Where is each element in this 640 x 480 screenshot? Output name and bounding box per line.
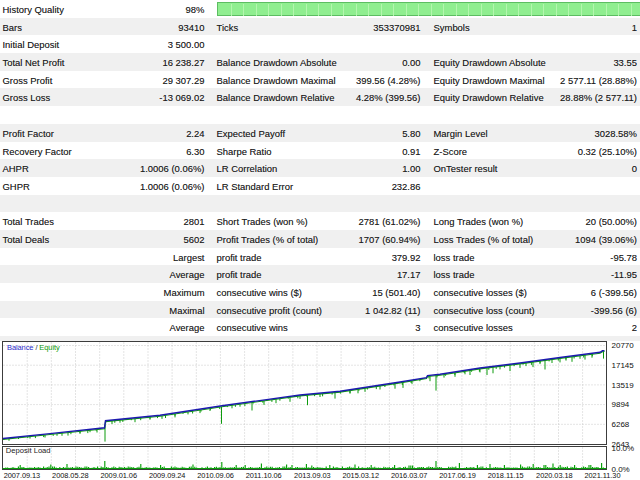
svg-text:2017.06.19: 2017.06.19: [439, 471, 476, 480]
svg-text:Balance / Equity: Balance / Equity: [7, 343, 60, 352]
svg-text:2008.05.28: 2008.05.28: [52, 471, 89, 480]
svg-text:9894: 9894: [612, 400, 630, 409]
svg-text:2021.11.30: 2021.11.30: [585, 471, 621, 480]
svg-text:10.0%: 10.0%: [612, 444, 635, 453]
svg-text:2010.09.06: 2010.09.06: [197, 471, 234, 480]
svg-text:6268: 6268: [612, 420, 630, 429]
svg-text:2016.03.07: 2016.03.07: [391, 471, 428, 480]
svg-text:2011.10.06: 2011.10.06: [246, 471, 282, 480]
svg-text:Deposit Load: Deposit Load: [6, 446, 51, 455]
svg-text:2007.09.13: 2007.09.13: [4, 471, 41, 480]
svg-text:17145: 17145: [612, 361, 635, 370]
svg-text:2013.09.03: 2013.09.03: [294, 471, 331, 480]
svg-text:2009.09.24: 2009.09.24: [149, 471, 186, 480]
svg-text:2018.11.15: 2018.11.15: [488, 471, 524, 480]
svg-text:20770: 20770: [612, 341, 635, 350]
svg-text:13519: 13519: [612, 381, 635, 390]
svg-text:2015.03.12: 2015.03.12: [343, 471, 380, 480]
svg-text:2020.03.18: 2020.03.18: [536, 471, 573, 480]
svg-text:2009.01.06: 2009.01.06: [101, 471, 138, 480]
